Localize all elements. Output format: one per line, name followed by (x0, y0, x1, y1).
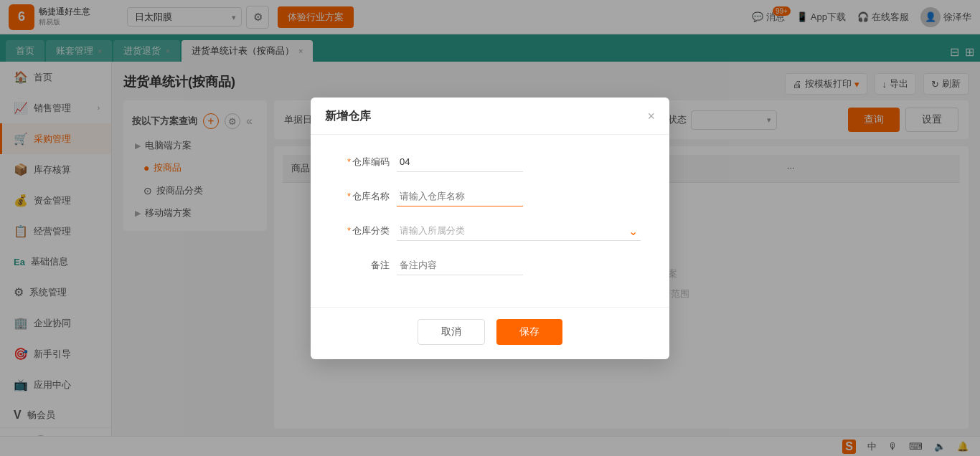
dialog-header: 新增仓库 × (311, 98, 669, 135)
save-button[interactable]: 保存 (496, 319, 562, 345)
form-row-note: 备注 (339, 255, 641, 275)
modal-overlay[interactable]: 新增仓库 × *仓库编码 *仓库名称 (0, 0, 980, 456)
category-label: *仓库分类 (339, 224, 390, 237)
dialog-title: 新增仓库 (325, 109, 371, 124)
new-warehouse-dialog: 新增仓库 × *仓库编码 *仓库名称 (311, 98, 669, 359)
note-label: 备注 (339, 259, 390, 272)
form-row-category: *仓库分类 请输入所属分类 (339, 221, 641, 241)
code-input[interactable] (397, 152, 523, 172)
name-input[interactable] (397, 186, 523, 206)
category-select[interactable]: 请输入所属分类 (397, 221, 641, 241)
cancel-button[interactable]: 取消 (418, 319, 485, 345)
dialog-close-button[interactable]: × (647, 110, 655, 123)
code-label: *仓库编码 (339, 156, 390, 168)
dialog-body: *仓库编码 *仓库名称 *仓库分类 (311, 135, 669, 307)
note-input[interactable] (397, 255, 523, 275)
dialog-footer: 取消 保存 (311, 307, 669, 359)
form-row-name: *仓库名称 (339, 186, 641, 206)
name-label: *仓库名称 (339, 190, 390, 203)
form-row-code: *仓库编码 (339, 152, 641, 172)
